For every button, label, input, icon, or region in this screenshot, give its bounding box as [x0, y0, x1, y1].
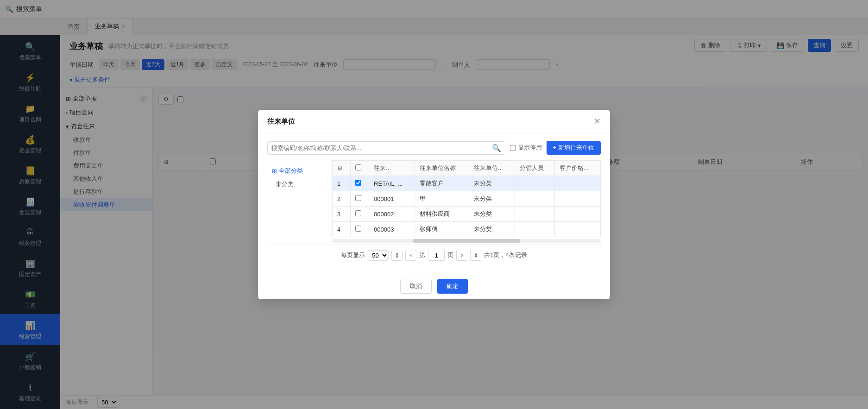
- add-partner-button[interactable]: + 新增往来单位: [547, 141, 601, 155]
- confirm-button[interactable]: 确定: [437, 279, 468, 294]
- row-name: 甲: [415, 191, 469, 207]
- show-disabled-checkbox[interactable]: [510, 145, 516, 151]
- row-price: [554, 191, 600, 207]
- next-page-button[interactable]: ›: [456, 250, 467, 261]
- row-category: 未分类: [469, 222, 515, 237]
- modal-tree-all[interactable]: ⊞ 全部分类: [267, 164, 332, 178]
- row-code: 000002: [369, 207, 415, 222]
- row-category: 未分类: [469, 191, 515, 207]
- page-suffix: 页: [447, 251, 453, 259]
- modal-header: 往来单位 ✕: [258, 110, 610, 133]
- search-icon: 🔍: [492, 144, 501, 152]
- row-name: 零散客户: [415, 176, 469, 191]
- modal-body: 🔍 显示停用 + 新增往来单位 ⊞ 全部分类 未分类: [258, 133, 610, 273]
- row-code: 000003: [369, 222, 415, 237]
- row-name: 张师傅: [415, 222, 469, 237]
- modal-table: ⚙ 往来... 往来单位名称 往来单位... 分管人员 客户价格... 1: [332, 160, 601, 237]
- modal-scrollbar-thumb: [413, 239, 520, 243]
- modal-scrollbar[interactable]: [332, 239, 601, 243]
- row-price: [554, 207, 600, 222]
- per-page-select[interactable]: 50: [368, 250, 389, 261]
- row-settings: 1: [333, 176, 351, 191]
- modal-col-name: 往来单位名称: [415, 161, 469, 176]
- show-disabled-wrap: 显示停用: [510, 144, 542, 152]
- row-category: 未分类: [469, 176, 515, 191]
- row-manager: [515, 176, 554, 191]
- total-label: 共1页，4条记录: [484, 251, 527, 259]
- last-page-button[interactable]: ⟫: [470, 250, 481, 261]
- grid-icon: ⊞: [272, 168, 277, 175]
- modal-table-row[interactable]: 4 000003 张师傅 未分类: [333, 222, 601, 237]
- row-manager: [515, 207, 554, 222]
- modal-split: ⊞ 全部分类 未分类 ⚙ 往来... 往来单位名称: [267, 160, 601, 245]
- prev-page-button[interactable]: ‹: [405, 250, 416, 261]
- row-settings: 2: [333, 191, 351, 207]
- row-checkbox[interactable]: [350, 191, 369, 207]
- row-checkbox[interactable]: [350, 222, 369, 237]
- modal-table-row[interactable]: 1 RETAIL_... 零散客户 未分类: [333, 176, 601, 191]
- modal-tree-uncategorized[interactable]: 未分类: [267, 178, 332, 191]
- first-page-button[interactable]: ⟪: [391, 250, 403, 261]
- row-settings: 4: [333, 222, 351, 237]
- page-label: 第: [419, 251, 425, 259]
- partner-modal: 往来单位 ✕ 🔍 显示停用 + 新增往来单位: [258, 110, 610, 299]
- row-checkbox[interactable]: [350, 176, 369, 191]
- modal-overlay: 往来单位 ✕ 🔍 显示停用 + 新增往来单位: [0, 0, 868, 409]
- row-settings: 3: [333, 207, 351, 222]
- row-manager: [515, 222, 554, 237]
- per-page-label: 每页显示: [341, 251, 365, 259]
- modal-toolbar: 🔍 显示停用 + 新增往来单位: [267, 141, 601, 155]
- modal-tree-all-label: 全部分类: [279, 167, 303, 175]
- modal-search-input[interactable]: [271, 145, 489, 151]
- show-disabled-label: 显示停用: [518, 144, 542, 152]
- modal-search-wrap: 🔍: [267, 141, 505, 155]
- modal-pagination: 每页显示 50 ⟪ ‹ 第 页 › ⟫ 共1页，4条记录: [267, 245, 601, 265]
- modal-col-price: 客户价格...: [554, 161, 600, 176]
- modal-close-button[interactable]: ✕: [594, 116, 601, 126]
- row-code: 000001: [369, 191, 415, 207]
- modal-col-manager: 分管人员: [515, 161, 554, 176]
- row-name: 材料供应商: [415, 207, 469, 222]
- modal-table-wrap: ⚙ 往来... 往来单位名称 往来单位... 分管人员 客户价格... 1: [332, 160, 601, 245]
- row-price: [554, 176, 600, 191]
- modal-table-row[interactable]: 3 000002 材料供应商 未分类: [333, 207, 601, 222]
- row-checkbox[interactable]: [350, 207, 369, 222]
- page-number-input[interactable]: [428, 250, 445, 261]
- row-code: RETAIL_...: [369, 176, 415, 191]
- modal-table-row[interactable]: 2 000001 甲 未分类: [333, 191, 601, 207]
- modal-col-code: 往来...: [369, 161, 415, 176]
- row-manager: [515, 191, 554, 207]
- cancel-button[interactable]: 取消: [400, 279, 432, 294]
- row-category: 未分类: [469, 207, 515, 222]
- modal-footer: 取消 确定: [258, 273, 610, 299]
- modal-tree: ⊞ 全部分类 未分类: [267, 160, 332, 245]
- modal-select-all[interactable]: [355, 164, 361, 170]
- row-price: [554, 222, 600, 237]
- modal-col-settings: ⚙: [333, 161, 351, 176]
- modal-title: 往来单位: [267, 117, 295, 126]
- modal-col-checkbox: [350, 161, 369, 176]
- modal-col-category: 往来单位...: [469, 161, 515, 176]
